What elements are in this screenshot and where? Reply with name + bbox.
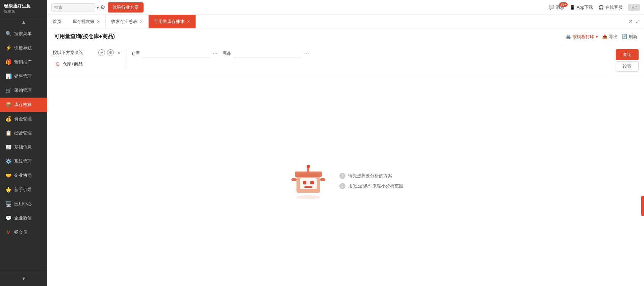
tab-batch-account[interactable]: 库存批次账 ✕: [67, 15, 106, 28]
tab-actions: ✕ ⤢: [624, 18, 644, 25]
topbar-dropdown-btn[interactable]: ▾: [97, 5, 99, 10]
sidebar-item-purchase[interactable]: 🛒 采购管理: [0, 83, 47, 98]
filter-area: 按以下方案查询 + ⚙ « ⊙ 仓库+商品 仓库 ···: [47, 45, 644, 76]
tab-batch-account-close[interactable]: ✕: [97, 19, 100, 24]
tab-stock-summary-label: 收发存汇总表: [111, 19, 137, 25]
page-header-actions: 🖨️ 按模板打印 ▾ 📤 导出 🔄 刷新: [566, 34, 637, 40]
print-icon: 🖨️: [566, 34, 571, 39]
sidebar-item-marketing[interactable]: 🎁 营销推广: [0, 55, 47, 69]
sidebar-item-label: 企业协同: [14, 173, 32, 179]
brand-name: 畅康通好生意: [4, 3, 43, 9]
topbar-app-btn[interactable]: 📱 App下载: [570, 4, 593, 10]
filter-add-btn[interactable]: +: [98, 49, 105, 56]
marketing-icon: 🎁: [5, 59, 11, 65]
msg-icon: 💬: [549, 5, 554, 10]
warehouse-input[interactable]: [143, 49, 210, 57]
topbar-msg-btn[interactable]: 💬 消息 99+: [549, 4, 564, 10]
membership-icon: V: [5, 229, 11, 235]
sidebar-item-enterprise-wx[interactable]: 💬 企业微信: [0, 211, 47, 225]
svg-rect-7: [291, 178, 297, 181]
app-icon: 📱: [570, 5, 575, 10]
sidebar-item-enterprise[interactable]: 🤝 企业协同: [0, 168, 47, 183]
filter-panel-actions: + ⚙ «: [98, 49, 123, 56]
main-area: ▾ ⚙ 体验行业方案 💬 消息 99+ 📱 App下载 🎧 在线客服 Rit 首…: [47, 0, 644, 286]
filter-settings-btn[interactable]: ⚙: [107, 49, 114, 56]
tab-stock-summary[interactable]: 收发存汇总表 ✕: [106, 15, 149, 28]
tab-home[interactable]: 首页: [47, 15, 67, 28]
sidebar-item-finance[interactable]: 💰 资金管理: [0, 112, 47, 126]
warehouse-label: 仓库: [131, 50, 140, 56]
app-label: App下载: [576, 4, 593, 10]
sidebar-item-inventory[interactable]: 📦 库存核算: [0, 98, 47, 112]
export-btn[interactable]: 📤 导出: [602, 34, 618, 40]
sidebar-item-app-center[interactable]: 🖥️ 应用中心: [0, 197, 47, 211]
query-btn[interactable]: 查询: [616, 49, 639, 60]
topbar-service-btn[interactable]: 🎧 在线客服: [598, 4, 623, 10]
export-icon: 📤: [602, 34, 608, 39]
topbar-gear-btn[interactable]: ⚙: [100, 4, 105, 10]
topbar-search-area: ▾ ⚙: [51, 3, 105, 11]
inventory-icon: 📦: [5, 102, 11, 108]
sidebar-item-label: 畅会员: [14, 229, 27, 235]
operation-icon: 📋: [5, 130, 11, 136]
goods-input[interactable]: [234, 49, 302, 57]
sidebar-item-quick-nav[interactable]: ⚡ 快捷导航: [0, 41, 47, 55]
sidebar-item-newbie[interactable]: 🌟 新手引导: [0, 183, 47, 197]
sidebar-item-label: 经营管理: [14, 130, 32, 136]
tab-available-stock[interactable]: 可用量库存账本 ✕: [149, 15, 196, 28]
page-title: 可用量查询(按仓库+商品): [54, 33, 115, 40]
sidebar-item-search[interactable]: 🔍 搜索菜单: [0, 27, 47, 41]
goods-more-btn[interactable]: ···: [304, 50, 309, 56]
export-label: 导出: [609, 34, 618, 40]
filter-panel: 按以下方案查询 + ⚙ « ⊙ 仓库+商品: [53, 49, 127, 69]
finance-icon: 💰: [5, 116, 11, 122]
topbar-avatar[interactable]: Rit: [628, 4, 640, 11]
sidebar-scroll-down[interactable]: ▼: [0, 274, 47, 283]
tab-available-stock-close[interactable]: ✕: [187, 19, 190, 24]
sidebar-item-label: 系统管理: [14, 158, 32, 164]
refresh-btn[interactable]: 🔄 刷新: [622, 34, 637, 40]
sidebar-item-system[interactable]: ⚙️ 系统管理: [0, 154, 47, 168]
right-scroll-handle[interactable]: [641, 196, 644, 216]
empty-tip-1: 1 请先选择要分析的方案: [339, 173, 403, 179]
topbar-right: 💬 消息 99+ 📱 App下载 🎧 在线客服 Rit: [549, 4, 640, 11]
sidebar-scroll-up[interactable]: ▲: [0, 17, 47, 27]
warehouse-more-btn[interactable]: ···: [213, 50, 217, 56]
topbar: ▾ ⚙ 体验行业方案 💬 消息 99+ 📱 App下载 🎧 在线客服 Rit: [47, 0, 644, 15]
print-dropdown-icon: ▾: [596, 34, 598, 39]
refresh-icon: 🔄: [622, 34, 627, 39]
filter-settings-small-btn[interactable]: 设置: [616, 61, 639, 72]
filter-collapse-btn[interactable]: «: [116, 49, 123, 56]
svg-rect-9: [307, 167, 309, 172]
print-btn[interactable]: 🖨️ 按模板打印 ▾: [566, 34, 598, 40]
sidebar-footer: ▼: [0, 271, 47, 286]
tab-close-all-btn[interactable]: ✕: [628, 18, 633, 25]
sidebar-item-sales[interactable]: 📊 销售管理: [0, 69, 47, 83]
tab-stock-summary-close[interactable]: ✕: [139, 19, 143, 24]
svg-point-10: [307, 165, 310, 168]
sidebar-item-membership[interactable]: V 畅会员: [0, 225, 47, 239]
tabbar: 首页 库存批次账 ✕ 收发存汇总表 ✕ 可用量库存账本 ✕ ✕ ⤢: [47, 15, 644, 28]
sidebar-item-label: 企业微信: [14, 215, 32, 221]
svg-rect-8: [320, 178, 325, 181]
quick-nav-icon: ⚡: [5, 45, 11, 51]
topbar-search-input[interactable]: [51, 3, 95, 11]
sidebar: 畅康通好生意 标准版 ▲ 🔍 搜索菜单 ⚡ 快捷导航 🎁 营销推广 📊 销售管理…: [0, 0, 47, 286]
app-center-icon: 🖥️: [5, 201, 11, 207]
service-label: 在线客服: [605, 4, 623, 10]
sidebar-header: 畅康通好生意 标准版: [0, 0, 47, 17]
topbar-industry-btn[interactable]: 体验行业方案: [108, 2, 144, 12]
sidebar-item-label: 基础信息: [14, 144, 32, 150]
filter-goods-group: 商品 ···: [223, 49, 309, 57]
tip1-text: 请先选择要分析的方案: [348, 173, 392, 179]
goods-label: 商品: [223, 50, 231, 56]
sidebar-item-basic[interactable]: 📰 基础信息: [0, 140, 47, 154]
sidebar-item-label: 应用中心: [14, 201, 32, 207]
sidebar-item-operation[interactable]: 📋 经营管理: [0, 126, 47, 140]
filter-item-icon: ⊙: [55, 61, 60, 67]
tab-expand-btn[interactable]: ⤢: [636, 18, 640, 25]
sidebar-item-label: 营销推广: [14, 59, 32, 65]
filter-warehouse-group: 仓库 ···: [131, 49, 217, 57]
sidebar-item-label: 库存核算: [14, 102, 32, 108]
filter-item-warehouse-goods[interactable]: ⊙ 仓库+商品: [53, 59, 123, 69]
